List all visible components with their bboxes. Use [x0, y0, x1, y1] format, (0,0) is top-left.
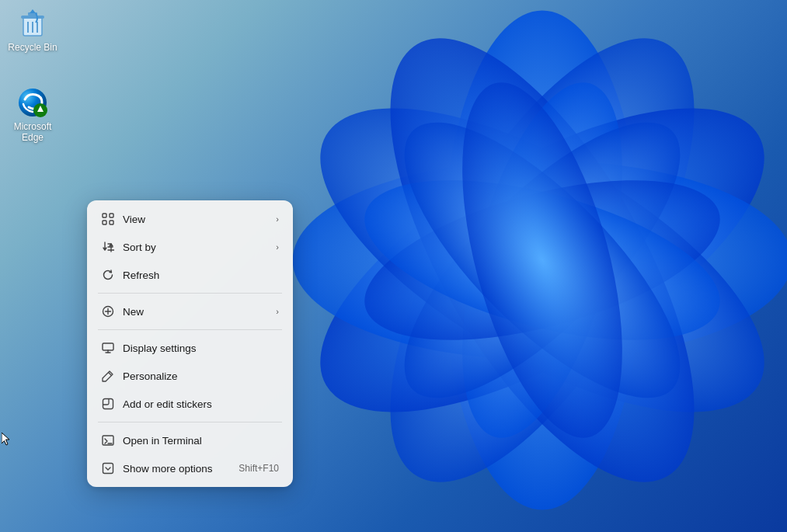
svg-rect-13 [21, 16, 44, 19]
view-arrow: › [276, 214, 279, 224]
recycle-bin-image [17, 8, 48, 39]
svg-rect-24 [110, 221, 113, 224]
display-settings-label: Display settings [123, 342, 279, 354]
display-icon [101, 341, 115, 355]
personalize-label: Personalize [123, 370, 279, 382]
svg-marker-39 [2, 433, 9, 445]
personalize-icon [101, 369, 115, 383]
recycle-bin-icon[interactable]: Recycle Bin [3, 5, 62, 56]
show-more-options-label: Show more options [123, 463, 231, 475]
svg-point-9 [348, 148, 737, 372]
open-terminal-label: Open in Terminal [123, 435, 279, 447]
divider-1 [98, 293, 282, 294]
sticker-icon [101, 397, 115, 411]
refresh-label: Refresh [123, 269, 279, 281]
svg-rect-31 [103, 343, 113, 350]
new-arrow: › [276, 307, 279, 316]
svg-point-11 [430, 66, 654, 454]
edge-label: Microsoft Edge [6, 121, 59, 144]
edge-image [17, 87, 48, 118]
svg-point-1 [331, 0, 754, 527]
divider-2 [98, 329, 282, 330]
svg-rect-35 [103, 399, 113, 409]
mouse-cursor [2, 433, 11, 447]
menu-item-refresh[interactable]: Refresh [90, 261, 290, 289]
svg-rect-23 [103, 221, 106, 224]
terminal-icon [101, 433, 115, 447]
new-label: New [123, 306, 268, 318]
svg-point-2 [276, 49, 787, 471]
menu-item-personalize[interactable]: Personalize [90, 362, 290, 390]
new-icon [101, 304, 115, 318]
svg-point-3 [293, 160, 787, 360]
recycle-bin-label: Recycle Bin [8, 42, 57, 53]
refresh-icon [101, 268, 115, 282]
add-edit-stickers-label: Add or edit stickers [123, 398, 279, 410]
view-label: View [123, 214, 268, 225]
svg-point-5 [331, 0, 754, 527]
svg-point-8 [348, 148, 737, 372]
svg-point-4 [276, 49, 787, 471]
menu-item-show-more-options[interactable]: Show more options Shift+F10 [90, 454, 290, 482]
menu-item-add-edit-stickers[interactable]: Add or edit stickers [90, 390, 290, 418]
svg-point-6 [430, 66, 654, 454]
svg-point-10 [366, 84, 719, 437]
view-icon [101, 212, 115, 226]
context-menu: View › Sort by › Refresh [87, 200, 293, 487]
divider-3 [98, 422, 282, 422]
svg-rect-22 [110, 214, 113, 217]
sort-by-label: Sort by [123, 242, 268, 253]
edge-icon[interactable]: Microsoft Edge [3, 84, 62, 147]
menu-item-sort-by[interactable]: Sort by › [90, 233, 290, 261]
svg-point-7 [366, 84, 719, 437]
menu-item-view[interactable]: View › [90, 205, 290, 233]
sort-arrow: › [276, 242, 279, 252]
menu-item-new[interactable]: New › [90, 297, 290, 325]
sort-icon [101, 240, 115, 254]
background-bloom [251, 0, 787, 532]
svg-rect-21 [103, 214, 106, 217]
menu-item-display-settings[interactable]: Display settings [90, 334, 290, 362]
show-more-icon [101, 461, 115, 475]
show-more-shortcut: Shift+F10 [239, 463, 279, 474]
menu-item-open-terminal[interactable]: Open in Terminal [90, 426, 290, 454]
svg-rect-38 [103, 464, 113, 474]
svg-point-0 [442, 11, 642, 510]
